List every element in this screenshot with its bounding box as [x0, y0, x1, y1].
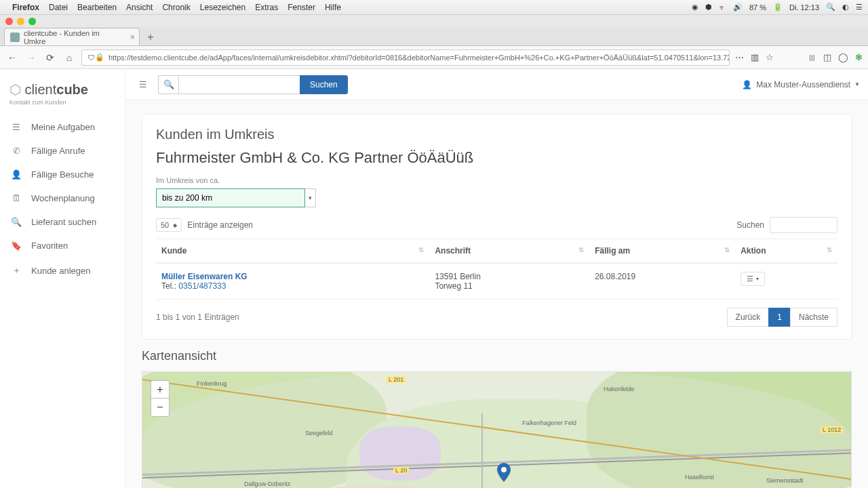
forward-button[interactable]: → — [24, 51, 38, 64]
menu-lesezeichen[interactable]: Lesezeichen — [200, 3, 245, 12]
account-icon[interactable]: ◯ — [838, 52, 848, 62]
back-button[interactable]: ← — [5, 51, 19, 64]
table-row: Müller Eisenwaren KG Tel.: 0351/487333 1… — [156, 263, 837, 300]
url-text: https://testdemo.clientcube.de/adApp/fac… — [108, 54, 730, 62]
table-search-input[interactable] — [770, 217, 837, 233]
zoom-out-button[interactable]: − — [151, 399, 169, 416]
close-tab-icon[interactable]: × — [130, 33, 135, 42]
map-title: Kartenansicht — [142, 349, 852, 363]
map-road-label: L 1012 — [821, 426, 843, 433]
page-subtitle: Fuhrmeister GmbH & Co. KG Partner ÖöÄäÜü… — [156, 149, 837, 167]
menu-fenster[interactable]: Fenster — [288, 3, 315, 12]
phone-icon: ✆ — [11, 146, 22, 156]
radius-label: Im Umkreis von ca. — [156, 176, 837, 184]
battery-percent: 87 % — [749, 3, 766, 12]
sidebar-item-lieferant-suchen[interactable]: 🔍Lieferant suchen — [0, 210, 125, 234]
sidebar-item-meine-aufgaben[interactable]: ☰Meine Aufgaben — [0, 115, 125, 139]
customer-link[interactable]: Müller Eisenwaren KG — [161, 272, 248, 281]
address-line1: 13591 Berlin — [435, 272, 584, 281]
extensions-icon[interactable]: ❃ — [855, 52, 863, 62]
chevron-down-icon: ▼ — [854, 81, 860, 87]
maximize-window-button[interactable] — [28, 18, 36, 25]
radius-select-input[interactable] — [156, 188, 305, 207]
minimize-window-button[interactable] — [17, 18, 24, 25]
map-place-label: Falkenhagener Feld — [522, 420, 576, 426]
home-button[interactable]: ⌂ — [62, 51, 76, 64]
col-kunde[interactable]: Kunde⇅ — [156, 239, 429, 264]
tab-title: clientcube - Kunden im Umkre — [24, 29, 123, 45]
reader-icon[interactable]: ▥ — [751, 52, 759, 62]
sidebar-item-favoriten[interactable]: 🔖Favoriten — [0, 234, 125, 258]
mac-menubar: Firefox Datei Bearbeiten Ansicht Chronik… — [0, 0, 868, 15]
sidebar-item-label: Fällige Besuche — [31, 169, 94, 180]
row-action-button[interactable]: ☰ ▾ — [741, 272, 765, 286]
sidebar-icon[interactable]: ◫ — [823, 52, 831, 62]
menu-bearbeiten[interactable]: Bearbeiten — [77, 3, 117, 12]
sidebar-item-faellige-anrufe[interactable]: ✆Fällige Anrufe — [0, 139, 125, 163]
map-place-label: Finkenkrug — [197, 380, 227, 387]
status-icon: ⬢ — [705, 3, 712, 12]
mac-app-name: Firefox — [12, 3, 39, 12]
library-icon[interactable]: ⫼ — [808, 52, 816, 62]
sort-icon: ⇅ — [418, 246, 424, 253]
search-icon: 🔍 — [11, 217, 22, 227]
menu-datei[interactable]: Datei — [49, 3, 68, 12]
bookmark-icon[interactable]: ☆ — [766, 52, 774, 62]
cube-icon: ⬡ — [9, 82, 25, 97]
reload-button[interactable]: ⟳ — [43, 51, 57, 64]
menu-ansicht[interactable]: Ansicht — [126, 3, 153, 12]
col-anschrift[interactable]: Anschrift⇅ — [429, 239, 589, 264]
map-view[interactable]: Finkenkrug Seegefeld Falkenhagener Feld … — [142, 371, 852, 488]
map-marker-icon[interactable] — [497, 463, 511, 482]
entries-label: Einträge anzeigen — [187, 220, 253, 230]
search-icon: 🔍 — [158, 75, 178, 94]
phone-link[interactable]: 0351/487333 — [178, 281, 226, 291]
zoom-in-button[interactable]: + — [151, 381, 169, 399]
col-aktion: Aktion⇅ — [735, 239, 837, 264]
browser-tab[interactable]: clientcube - Kunden im Umkre × — [4, 28, 140, 45]
close-window-button[interactable] — [5, 18, 13, 25]
map-place-label: Dallgow-Döberitz — [244, 481, 291, 487]
sidebar-item-label: Favoriten — [31, 241, 68, 251]
col-faellig[interactable]: Fällig am⇅ — [589, 239, 735, 264]
address-line2: Torweg 11 — [435, 281, 584, 291]
user-menu[interactable]: 👤 Max Muster-Aussendienst ▼ — [742, 80, 860, 89]
map-road-label: L 20 — [393, 467, 409, 474]
tab-bar: clientcube - Kunden im Umkre × + — [0, 27, 868, 46]
lock-icon: 🔒 — [95, 53, 104, 62]
sidebar-item-faellige-besuche[interactable]: 👤Fällige Besuche — [0, 163, 125, 186]
new-tab-button[interactable]: + — [142, 29, 159, 45]
search-button[interactable]: Suchen — [300, 75, 348, 94]
sidebar-item-wochenplanung[interactable]: 🗓Wochenplanung — [0, 186, 125, 210]
person-icon: 👤 — [11, 169, 22, 180]
sort-icon: ⇅ — [724, 246, 730, 253]
radius-dropdown-toggle[interactable]: ▾ — [305, 188, 316, 207]
pager-prev[interactable]: Zurück — [727, 308, 770, 327]
sidebar-item-kunde-anlegen[interactable]: ＋Kunde anlegen — [0, 258, 125, 283]
menu-hilfe[interactable]: Hilfe — [325, 3, 341, 12]
menu-chronik[interactable]: Chronik — [162, 3, 190, 12]
menu-extras[interactable]: Extras — [255, 3, 278, 12]
sort-icon: ⇅ — [827, 246, 832, 253]
topbar: ☰ 🔍 Suchen 👤 Max Muster-Aussendienst ▼ — [125, 69, 868, 100]
pager-next[interactable]: Nächste — [790, 308, 837, 327]
notifications-icon[interactable]: ☰ — [856, 3, 863, 12]
user-icon: 👤 — [742, 80, 752, 89]
tel-label: Tel.: — [161, 281, 176, 291]
list-icon: ☰ — [11, 122, 22, 132]
map-road-label: L 201 — [387, 376, 406, 383]
page-size-select[interactable]: 50 ◆ — [156, 218, 182, 232]
more-icon[interactable]: ⋯ — [735, 52, 744, 62]
siri-icon[interactable]: ◐ — [842, 3, 849, 12]
global-search-input[interactable] — [178, 75, 300, 94]
map-place-label: Seegefeld — [305, 430, 333, 436]
chevron-down-icon: ▾ — [756, 276, 759, 282]
spotlight-icon[interactable]: 🔍 — [826, 3, 835, 12]
sort-icon: ⇅ — [578, 246, 584, 253]
pagination: Zurück 1 Nächste — [728, 308, 837, 327]
menu-icon: ☰ — [747, 274, 753, 283]
volume-icon: 🔊 — [733, 3, 743, 12]
url-field[interactable]: 🛡 🔒 https://testdemo.clientcube.de/adApp… — [81, 49, 730, 66]
hamburger-button[interactable]: ☰ — [134, 77, 153, 92]
pager-page-1[interactable]: 1 — [768, 308, 791, 327]
